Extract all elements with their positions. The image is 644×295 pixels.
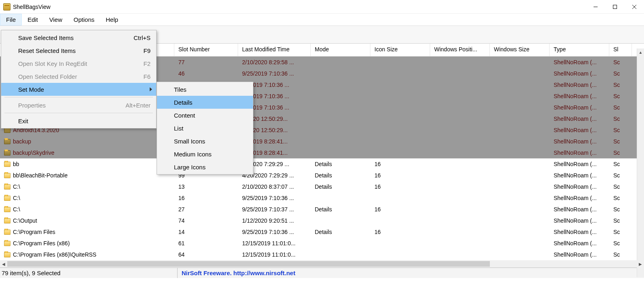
menu-shortcut: F9 [127, 47, 151, 54]
scroll-thumb[interactable] [7, 261, 490, 267]
col-last-modified[interactable]: Last Modified Time [238, 44, 311, 56]
cell-type: ShellNoRoam (... [550, 150, 609, 156]
col-slot-key[interactable]: Sl [609, 44, 632, 56]
menu-item-open-selected-folder: Open Selected FolderF6 [1, 70, 156, 83]
menu-separator [4, 97, 153, 97]
scroll-up-icon[interactable]: ▲ [639, 48, 643, 56]
cell-modified: 12/15/2019 11:01:0... [238, 251, 311, 258]
cell-mode: Details [311, 206, 370, 213]
cell-modified: 1/12/2020 9:20:51 ... [238, 217, 311, 224]
statusbar: 79 item(s), 9 Selected NirSoft Freeware.… [0, 268, 644, 278]
menu-item-save-selected-items[interactable]: Save Selected ItemsCtrl+S [1, 31, 156, 44]
mode-item-content[interactable]: Content [157, 109, 253, 122]
folder-icon [4, 139, 10, 144]
col-windows-position[interactable]: Windows Positi... [430, 44, 490, 56]
col-mode[interactable]: Mode [311, 44, 370, 56]
menu-item-label: Open Selected Folder [18, 73, 77, 80]
window-title: ShellBagsView [13, 4, 50, 10]
minimize-button[interactable] [586, 0, 605, 13]
menu-shortcut: F2 [127, 60, 151, 67]
table-row[interactable]: C:\Program Files149/25/2019 7:10:36 ...D… [0, 226, 644, 238]
cell-name: bb [13, 161, 19, 167]
mode-item-large-icons[interactable]: Large Icons [157, 160, 253, 173]
vertical-scrollbar[interactable]: ▲ [637, 48, 644, 277]
cell-type: ShellNoRoam (... [550, 251, 609, 258]
menu-file[interactable]: File [0, 14, 22, 25]
folder-icon [4, 230, 10, 235]
table-row[interactable]: C:\169/25/2019 7:10:36 ...ShellNoRoam (.… [0, 192, 644, 204]
cell-name: bb\BleachBit-Portable [13, 172, 67, 179]
cell-iconsize: 16 [370, 161, 430, 167]
cell-modified: 9/25/2019 7:10:36 ... [238, 70, 311, 77]
maximize-button[interactable] [605, 0, 625, 13]
table-row[interactable]: C:\Program Files (x86)6112/15/2019 11:01… [0, 238, 644, 249]
scroll-right-icon[interactable]: ▶ [637, 260, 644, 268]
table-row[interactable]: C:\Output741/12/2020 9:20:51 ...ShellNoR… [0, 215, 644, 226]
file-menu-dropdown: Save Selected ItemsCtrl+SReset Selected … [1, 30, 157, 129]
horizontal-scrollbar[interactable]: ◀ ▶ [0, 260, 644, 268]
table-row[interactable]: backup17/2019 8:28:41...ShellNoRoam (...… [0, 136, 644, 147]
mode-item-details[interactable]: Details [157, 96, 253, 109]
menu-shortcut: Alt+Enter [109, 102, 151, 109]
cell-modified: 2/10/2020 8:37:07 ... [238, 183, 311, 190]
cell-slotkey: Sc [609, 93, 632, 99]
scroll-left-icon[interactable]: ◀ [0, 260, 7, 268]
cell-slotkey: Sc [609, 206, 632, 213]
cell-slot: 46 [174, 70, 238, 77]
col-icon-size[interactable]: Icon Size [370, 44, 430, 56]
mode-item-label: Medium Icons [174, 151, 211, 158]
cell-modified: 2/10/2020 8:29:58 ... [238, 59, 311, 65]
cell-type: ShellNoRoam (... [550, 183, 609, 190]
scroll-track[interactable] [7, 260, 637, 268]
menu-options[interactable]: Options [68, 14, 100, 25]
menu-item-reset-selected-items[interactable]: Reset Selected ItemsF9 [1, 44, 156, 57]
table-row[interactable]: bb\BleachBit-Portable994/20/2020 7:29:29… [0, 170, 644, 181]
col-slot-number[interactable]: Slot Number [174, 44, 238, 56]
cell-slot: 61 [174, 240, 238, 247]
cell-type: ShellNoRoam (... [550, 70, 609, 77]
cell-type: ShellNoRoam (... [550, 59, 609, 65]
cell-name: C:\ [13, 195, 20, 201]
mode-item-list[interactable]: List [157, 122, 253, 135]
menu-item-label: Reset Selected Items [18, 47, 76, 54]
folder-icon [4, 196, 10, 201]
menu-help[interactable]: Help [100, 14, 124, 25]
cell-slot: 64 [174, 251, 238, 258]
table-row[interactable]: C:\132/10/2020 8:37:07 ...Details16Shell… [0, 181, 644, 192]
close-button[interactable] [625, 0, 644, 13]
col-type[interactable]: Type [550, 44, 609, 56]
mode-item-medium-icons[interactable]: Medium Icons [157, 148, 253, 160]
cell-iconsize: 16 [370, 172, 430, 179]
folder-icon [4, 252, 10, 257]
folder-icon [4, 241, 10, 246]
menu-edit[interactable]: Edit [22, 14, 44, 25]
cell-iconsize: 16 [370, 183, 430, 190]
cell-mode: Details [311, 161, 370, 167]
table-row[interactable]: bb20/2020 7:29:29 ...Details16ShellNoRoa… [0, 158, 644, 170]
cell-slotkey: Sc [609, 161, 632, 167]
cell-slotkey: Sc [609, 217, 632, 224]
folder-icon [4, 218, 10, 223]
folder-icon [4, 173, 10, 178]
mode-item-label: Small Icons [174, 138, 205, 145]
table-row[interactable]: C:\Program Files (x86)\QuiteRSS6412/15/2… [0, 249, 644, 260]
menu-view[interactable]: View [44, 14, 68, 25]
cell-type: ShellNoRoam (... [550, 206, 609, 213]
mode-item-small-icons[interactable]: Small Icons [157, 135, 253, 148]
cell-mode: Details [311, 229, 370, 235]
status-credit: NirSoft Freeware. http://www.nirsoft.net [178, 270, 295, 276]
window-controls [586, 0, 644, 13]
table-row[interactable]: C:\279/25/2019 7:10:37 ...Details16Shell… [0, 204, 644, 215]
cell-slotkey: Sc [609, 251, 632, 258]
mode-item-tiles[interactable]: Tiles [157, 83, 253, 96]
menu-item-set-mode[interactable]: Set Mode [1, 83, 156, 96]
table-row[interactable]: backup\Skydrive17/2019 8:28:41...ShellNo… [0, 147, 644, 158]
menu-item-exit[interactable]: Exit [1, 114, 156, 127]
cell-type: ShellNoRoam (... [550, 82, 609, 88]
cell-modified: 9/25/2019 7:10:36 ... [238, 195, 311, 201]
cell-name: C:\Output [13, 217, 37, 224]
cell-type: ShellNoRoam (... [550, 195, 609, 201]
col-windows-size[interactable]: Windows Size [490, 44, 550, 56]
cell-modified: 9/25/2019 7:10:36 ... [238, 229, 311, 235]
menubar: File Edit View Options Help [0, 14, 644, 26]
